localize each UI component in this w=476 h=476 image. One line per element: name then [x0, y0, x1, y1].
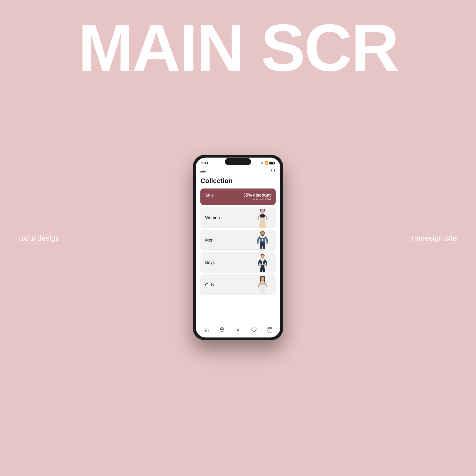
- content-area: Collection Sale 35% discount for brands …: [196, 177, 280, 324]
- category-list: Women: [200, 207, 276, 295]
- sale-discount-subtitle: for brands 2024: [243, 198, 271, 201]
- category-name-women: Women: [205, 215, 220, 221]
- category-item-women[interactable]: Women: [200, 207, 276, 228]
- wifi-icon: 📶: [264, 161, 268, 165]
- sale-discount-block: 35% discount for brands 2024: [243, 193, 271, 201]
- sale-discount-percentage: 35% discount: [243, 193, 271, 198]
- category-figure-men: [254, 230, 271, 251]
- phone-mockup: 9:41 📶: [193, 155, 283, 340]
- battery-icon: [270, 162, 275, 165]
- status-icons: 📶: [260, 161, 275, 165]
- category-item-girls[interactable]: Girls: [200, 274, 276, 295]
- svg-point-14: [257, 242, 259, 244]
- dynamic-island: [225, 158, 251, 165]
- app-header: [196, 166, 280, 177]
- svg-rect-19: [262, 258, 263, 259]
- category-item-boys[interactable]: Boys: [200, 252, 276, 273]
- search-button[interactable]: [271, 168, 276, 174]
- nav-favorites[interactable]: [251, 327, 257, 333]
- page-title: Collection: [200, 177, 276, 185]
- svg-point-18: [261, 255, 264, 259]
- background-headline: MAIN SCR: [0, 14, 476, 81]
- side-label-right: rmdesign.site: [412, 234, 457, 242]
- category-figure-boys: [254, 252, 271, 273]
- svg-rect-6: [262, 213, 263, 214]
- nav-home[interactable]: [203, 327, 209, 333]
- status-time: 9:41: [201, 161, 208, 165]
- phone-frame: 9:41 📶: [193, 155, 283, 340]
- signal-icon: [260, 162, 263, 165]
- category-item-men[interactable]: Men: [200, 230, 276, 251]
- category-name-men: Men: [205, 238, 214, 243]
- svg-rect-5: [260, 214, 265, 218]
- nav-cart[interactable]: [267, 327, 273, 333]
- svg-point-27: [237, 328, 239, 330]
- bottom-nav: [196, 324, 280, 338]
- svg-line-1: [274, 171, 275, 172]
- svg-rect-20: [262, 260, 263, 264]
- sale-label: Sale: [205, 193, 214, 198]
- phone-screen: 9:41 📶: [196, 157, 280, 338]
- category-name-boys: Boys: [205, 260, 215, 265]
- nav-location[interactable]: [219, 327, 225, 333]
- svg-rect-25: [262, 281, 263, 282]
- svg-point-24: [261, 277, 264, 281]
- category-name-girls: Girls: [205, 283, 214, 288]
- svg-rect-11: [262, 236, 263, 237]
- category-figure-girls: [254, 274, 271, 295]
- svg-point-15: [266, 242, 268, 244]
- nav-profile[interactable]: [235, 327, 241, 333]
- menu-button[interactable]: [200, 170, 206, 173]
- category-figure-women: [254, 207, 271, 228]
- sale-banner[interactable]: Sale 35% discount for brands 2024: [200, 188, 276, 205]
- svg-point-4: [260, 209, 265, 214]
- side-label-left: ux/ui design: [19, 234, 60, 242]
